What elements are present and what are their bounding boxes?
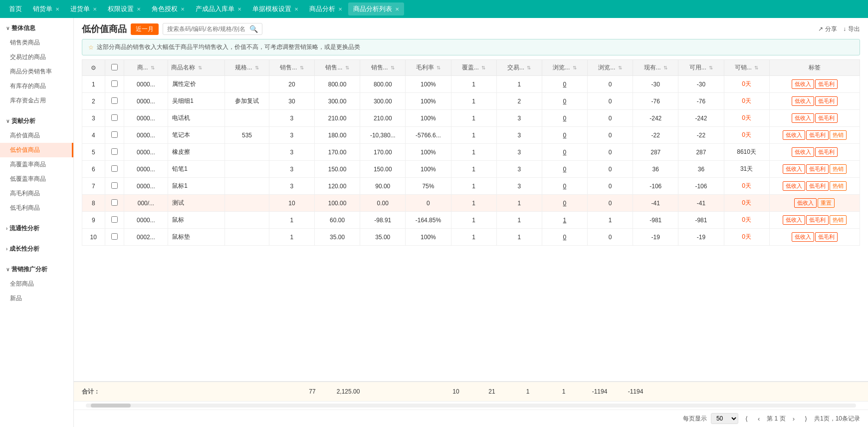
sidebar-group-contribution[interactable]: ∨ 贡献分析	[0, 114, 73, 128]
th-trade[interactable]: 交易... ⇅	[496, 60, 542, 76]
th-settings[interactable]: ⚙	[82, 60, 105, 76]
th-coverage[interactable]: 覆盖... ⇅	[451, 60, 496, 76]
footer-empty7	[402, 386, 438, 397]
sidebar-group-circulation[interactable]: › 流通性分析	[0, 221, 73, 236]
row-checkbox[interactable]	[111, 80, 118, 87]
th-sales1[interactable]: 销售... ⇅	[269, 60, 314, 76]
nav-close-purchase[interactable]: ✕	[93, 6, 97, 12]
row-checkbox[interactable]	[111, 182, 118, 189]
row-v10: -41	[678, 195, 724, 212]
nav-analysis-list[interactable]: 商品分析列表 ✕	[348, 2, 404, 15]
nav-sales-order[interactable]: 销货单 ✕	[28, 2, 64, 15]
nav-close-analysis[interactable]: ✕	[338, 6, 342, 12]
sidebar-item-traded[interactable]: 交易过的商品	[0, 50, 73, 64]
nav-close-sales[interactable]: ✕	[55, 6, 59, 12]
table-wrap[interactable]: ⚙ 商... ⇅ 商品名称 ⇅ 规格... ⇅ 销售... ⇅ 销售... ⇅ …	[74, 59, 868, 381]
page-next-btn[interactable]: ›	[790, 414, 798, 424]
browse-link[interactable]: 0	[563, 200, 567, 207]
sidebar-group-marketing[interactable]: ∨ 营销推广分析	[0, 262, 73, 277]
page-last-btn[interactable]: ⟩	[802, 414, 810, 424]
nav-purchase-order[interactable]: 进货单 ✕	[65, 2, 102, 15]
row-num: 6	[82, 161, 105, 178]
browse-link[interactable]: 0	[563, 234, 567, 241]
sidebar-item-category-rate[interactable]: 商品分类销售率	[0, 64, 73, 79]
nav-close-template[interactable]: ✕	[294, 6, 298, 12]
page-size-select[interactable]: 50 100	[711, 413, 738, 424]
tag-label: 热销	[830, 215, 847, 225]
row-checkbox[interactable]	[111, 216, 118, 223]
period-button[interactable]: 近一月	[131, 23, 159, 35]
sidebar-item-low-coverage[interactable]: 低覆盖率商品	[0, 172, 73, 186]
share-button[interactable]: ↗ 分享	[818, 25, 837, 33]
th-available[interactable]: 可用... ⇅	[678, 60, 724, 76]
row-checkbox[interactable]	[111, 131, 118, 138]
th-margin[interactable]: 毛利率 ⇅	[406, 60, 451, 76]
nav-close-analysis-list[interactable]: ✕	[395, 6, 399, 12]
row-v4: 100%	[406, 144, 451, 161]
sidebar-item-low-margin[interactable]: 低毛利商品	[0, 201, 73, 215]
nav-home[interactable]: 首页	[4, 2, 27, 15]
sidebar-item-high-margin[interactable]: 高毛利商品	[0, 186, 73, 201]
export-button[interactable]: ↓ 导出	[843, 25, 860, 33]
nav-close-permission[interactable]: ✕	[137, 6, 141, 12]
select-all-checkbox[interactable]	[111, 64, 118, 70]
th-browse1[interactable]: 浏览... ⇅	[542, 60, 587, 76]
th-sales3[interactable]: 销售... ⇅	[360, 60, 406, 76]
scrollbar-track[interactable]	[86, 404, 856, 408]
row-v4: 100%	[406, 229, 451, 246]
browse-link[interactable]: 0	[563, 183, 567, 190]
nav-product-stock[interactable]: 产成品入库单 ✕	[191, 2, 246, 15]
row-tags: 低收入低毛利热销	[769, 212, 860, 229]
browse-link[interactable]: 0	[563, 115, 567, 122]
row-days: 0天	[724, 195, 769, 212]
sidebar-group-overall[interactable]: ∨ 整体信息	[0, 21, 73, 35]
table-row: 4 0000... 笔记本 535 3 180.00 -10,380... -5…	[82, 127, 860, 144]
nav-close-role[interactable]: ✕	[181, 6, 185, 12]
browse-link[interactable]: 1	[563, 217, 567, 224]
row-checkbox[interactable]	[111, 233, 118, 240]
tag-label: 热销	[830, 164, 847, 174]
row-checkbox[interactable]	[111, 148, 118, 155]
search-icon[interactable]: 🔍	[249, 25, 258, 33]
th-current-stock[interactable]: 现有... ⇅	[633, 60, 678, 76]
page-first-btn[interactable]: ⟨	[742, 414, 751, 424]
sidebar-group-growth[interactable]: › 成长性分析	[0, 242, 73, 256]
nav-product-analysis[interactable]: 商品分析 ✕	[304, 2, 347, 15]
chevron-right-icon-2: ›	[6, 246, 7, 252]
row-name: 笔记本	[168, 127, 225, 144]
th-browse2[interactable]: 浏览... ⇅	[588, 60, 633, 76]
nav-role-auth[interactable]: 角色授权 ✕	[147, 2, 190, 15]
footer-label: 合计：	[82, 388, 147, 396]
sidebar-item-new-products[interactable]: 新品	[0, 291, 73, 306]
footer-empty2	[165, 386, 180, 397]
browse-link[interactable]: 0	[563, 166, 567, 173]
sidebar-item-high-value[interactable]: 高价值商品	[0, 128, 73, 143]
sidebar-item-sales-products[interactable]: 销售类商品	[0, 35, 73, 50]
sidebar-item-low-value[interactable]: 低价值商品	[0, 143, 73, 157]
browse-link[interactable]: 0	[563, 132, 567, 139]
row-code: 0002...	[124, 229, 168, 246]
nav-permission[interactable]: 权限设置 ✕	[103, 2, 146, 15]
browse-link[interactable]: 0	[563, 149, 567, 156]
th-name[interactable]: 商品名称 ⇅	[168, 60, 225, 76]
sidebar-item-high-coverage[interactable]: 高覆盖率商品	[0, 157, 73, 172]
row-v1: 10	[269, 195, 314, 212]
browse-link[interactable]: 0	[563, 98, 567, 105]
th-saleable[interactable]: 可销... ⇅	[724, 60, 769, 76]
row-checkbox[interactable]	[111, 114, 118, 121]
th-sales2[interactable]: 销售... ⇅	[314, 60, 360, 76]
sidebar-section-circulation: › 流通性分析	[0, 218, 73, 239]
th-spec[interactable]: 规格... ⇅	[225, 60, 269, 76]
row-checkbox[interactable]	[111, 165, 118, 172]
sidebar-item-all-products[interactable]: 全部商品	[0, 277, 73, 291]
nav-template[interactable]: 单据模板设置 ✕	[247, 2, 303, 15]
nav-close-stock[interactable]: ✕	[237, 6, 241, 12]
browse-link[interactable]: 0	[563, 81, 567, 88]
sidebar-item-in-stock[interactable]: 有库存的商品	[0, 79, 73, 93]
sidebar-item-stock-fund[interactable]: 库存资金占用	[0, 93, 73, 108]
row-checkbox[interactable]	[111, 199, 118, 206]
row-checkbox[interactable]	[111, 97, 118, 104]
search-input[interactable]	[167, 25, 246, 32]
page-prev-btn[interactable]: ‹	[755, 414, 763, 424]
th-code[interactable]: 商... ⇅	[124, 60, 168, 76]
